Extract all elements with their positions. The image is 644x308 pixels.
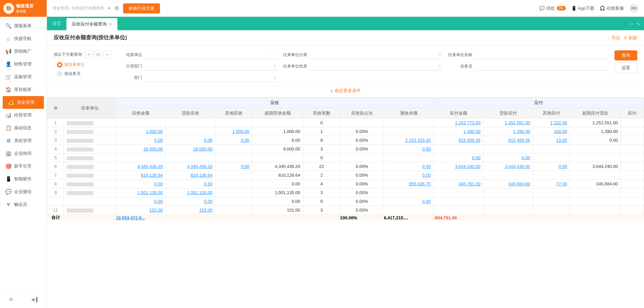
topbar: 资金管理 / 应收应付余额查询 ▾ ⚙ 体验行业方案 💬 消息 99+ 📱 Ap… [47,0,644,17]
dots-icon: ··· [270,52,276,57]
filter-add-btn[interactable]: + [85,50,93,58]
sidebar-item-corp-wechat[interactable]: 💬 企业微信 [0,185,47,198]
corp-icon: 🏢 [5,150,11,157]
col-ar-overdue: 超期应收金额 [252,108,303,119]
filter-collapse-btn[interactable]: « [103,50,111,58]
chevron-down-icon: ▾ [439,53,441,56]
sidebar-item-label: 畅会员 [14,202,27,208]
partner-type-input[interactable]: ▾ [309,62,443,71]
selected-radio-icon [57,62,62,68]
filter-nav-by-salesman[interactable]: 按业务员 [54,70,114,78]
dept-label: 分管部门 [118,63,142,69]
sidebar-item-inventory[interactable]: 🏠 库存核算 [0,83,47,96]
filter-field-partner-name: 往来单位名称 [448,50,608,59]
total-ar-amount[interactable]: 19,553,472,6... [116,215,165,221]
col-ar-advance: 预收余额 [384,108,433,119]
partner-cell [64,180,116,188]
query-button[interactable]: 查询 [614,50,637,60]
topbar-chevron-icon[interactable]: ▾ [108,6,110,11]
collapse-more-btn[interactable]: ∧ 收起更多条件 [54,86,637,95]
corp-wechat-icon: 💬 [5,189,11,195]
total-ap-extra [621,215,644,221]
col-ap-loan: 贷款应付 [483,108,533,119]
filter-nav-by-partner[interactable]: 按往来单位 [54,60,114,69]
sidebar-item-marketing[interactable]: 📢 营销推广 [0,45,47,58]
quick-nav-icon: ⌂ [5,36,11,42]
total-ap-amount: -654,751.40 [434,215,483,221]
col-ar-loan: 贷款应收 [166,108,215,119]
filter-field-settlement-unit: 结算单位 ··· [118,50,278,59]
dept-input[interactable]: ▾ [144,62,278,71]
sidebar-item-label: 搜索菜单 [14,23,32,29]
settlement-unit-input[interactable]: ··· [144,50,278,59]
sidebar-item-label: 资金管理 [17,99,34,105]
member-icon: V [5,202,11,207]
sidebar-item-member[interactable]: V 畅会员 [0,198,47,211]
sidebar-item-label: 快捷导航 [14,36,32,42]
sidebar-item-newbie[interactable]: 🎯 新手引导 [0,160,47,173]
user-avatar[interactable]: Rit [629,4,639,13]
total-ar-count [303,215,340,221]
col-ar-other: 其他应收 [215,108,252,119]
sidebar-item-label: 企业微信 [14,189,32,195]
salesman-input[interactable]: ··· [474,62,608,71]
sidebar-item-label: 系统管理 [14,138,32,144]
sidebar-item-purchase[interactable]: 🛒 采购管理 [0,71,47,83]
tab-home[interactable]: 首页 [47,17,66,30]
table-area: ⚙ 往来单位 应收 应付 应收金额 贷款应收 其他应收 超期应收金额 应收笔数 … [47,97,644,308]
partner-cell [64,188,116,197]
col-settings-icon[interactable]: ⚙ [47,98,64,119]
sidebar-item-smart-hw[interactable]: 📱 智能硬件 [0,173,47,185]
tab-close-icon[interactable]: ✕ [109,22,112,27]
total-ar-other [215,215,252,221]
tab-ar-ap[interactable]: 应收应付余额查询 ✕ [66,18,117,30]
department-label: 部门 [118,75,142,81]
table-group-header: ⚙ 往来单位 应收 应付 [47,98,644,108]
setting-button[interactable]: 设置 [614,62,637,73]
partner-category-input[interactable]: ▾ [309,50,443,59]
department-input[interactable]: ▾ [144,73,278,82]
partner-cell [64,119,116,127]
total-ap-other [533,215,570,221]
sidebar-item-quick-nav[interactable]: ⌂ 快捷导航 [0,32,47,45]
export-button[interactable]: ↑ 导出 [608,35,621,41]
filter-settings-btn[interactable]: ◎ [94,50,102,58]
partner-cell [64,145,116,153]
sidebar-item-label: 采购管理 [14,74,32,80]
table-row: 30.000.000.000.0090.00%2,153,333.00915,5… [47,136,644,145]
system-icon: ⚙ [5,138,11,144]
sidebar-item-system[interactable]: ⚙ 系统管理 [0,134,47,147]
partner-name-input[interactable] [474,50,608,59]
refresh-icon: ↺ [624,35,627,40]
total-row: 合计 19,553,472,6... 100.00% 6,417,215....… [47,215,644,221]
tabbar-maximize-icon[interactable]: ⤡ [636,21,640,26]
col-ap-overdue: 超期应付货款 [570,108,621,119]
service-button[interactable]: 🎧 在线客服 [600,5,624,11]
solution-button[interactable]: 体验行业方案 [123,3,160,13]
sidebar-item-search[interactable]: 🔍 搜索菜单 [0,19,47,32]
sidebar-item-sales[interactable]: 👤 销售管理 [0,58,47,71]
sidebar-item-base-info[interactable]: 📋 基础信息 [0,122,47,134]
app-download-button[interactable]: 📱 App下载 [571,5,594,11]
table-header-row: 应收金额 贷款应收 其他应收 超期应收金额 应收笔数 应收款占比 预收余额 应付… [47,108,644,119]
col-ar-ratio: 应收款占比 [340,108,384,119]
partner-cell [64,206,116,215]
collapse-icon: ◀▐ [31,297,38,302]
sidebar-collapse-btn[interactable]: ◀▐ [29,294,40,305]
topbar-breadcrumb: 资金管理 / 应收应付余额查询 [52,5,104,11]
salesman-dots-icon: ··· [600,63,606,69]
sidebar-item-corp[interactable]: 🏢 企业协同 [0,147,47,160]
table-row: 0.000.000.0000.00%0.00 [47,197,644,206]
unselected-radio-icon [57,71,62,77]
dept-chevron-icon: ▾ [274,64,276,68]
sidebar-item-operation[interactable]: 📊 经营管理 [0,109,47,122]
topbar-gear-icon[interactable]: ⚙ [114,5,119,11]
sidebar-item-finance[interactable]: 💰 资金管理 [3,96,44,109]
partner-cell [64,171,116,180]
sidebar-settings-btn[interactable]: ⚙ [6,294,16,305]
refresh-button[interactable]: ↺ 刷新 [624,35,637,41]
tabbar-minimize-icon[interactable]: — [629,21,634,26]
message-button[interactable]: 💬 消息 99+ [539,5,566,11]
sidebar-item-label: 经营管理 [14,112,32,118]
smart-hw-icon: 📱 [5,176,11,182]
